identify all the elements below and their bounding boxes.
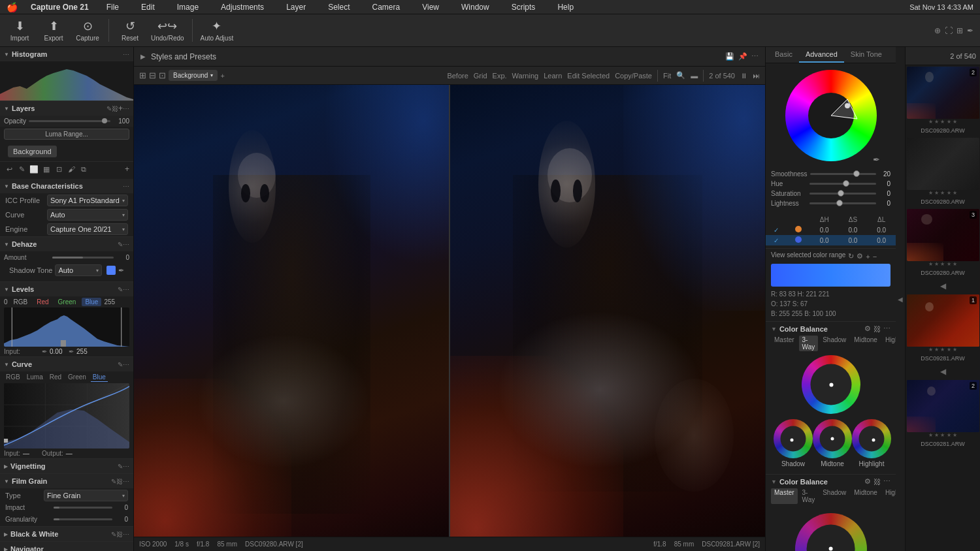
copy-paste-label[interactable]: Copy/Paste: [615, 72, 652, 80]
menu-view[interactable]: View: [417, 1, 444, 13]
export-button[interactable]: ⬆ Export: [41, 19, 67, 42]
menu-edit[interactable]: Edit: [137, 1, 159, 13]
thumbnail-5[interactable]: 2 ★ ★ ★ ★ ★ DSC09281.ARW: [907, 380, 979, 449]
view-compare-icon[interactable]: ⊟: [149, 71, 156, 80]
levels-options-icon[interactable]: ⋯: [123, 286, 129, 293]
curve-display[interactable]: [4, 383, 129, 449]
cb-tab-shadow-2[interactable]: Shadow: [819, 488, 849, 504]
undo-redo-button[interactable]: ↩↪ Undo/Redo: [151, 19, 184, 42]
bc-options-icon[interactable]: ⋯: [123, 183, 129, 190]
cb-link-2[interactable]: ⛓: [874, 478, 881, 486]
master-wheel[interactable]: [802, 355, 860, 414]
curve-tab-luma[interactable]: Luma: [25, 373, 45, 382]
midtone-wheel[interactable]: [813, 419, 852, 458]
levels-green-btn[interactable]: Green: [55, 298, 80, 306]
thumb-section-arrow-2[interactable]: ◀: [940, 367, 946, 376]
capture-button[interactable]: ⊙ Capture: [74, 19, 101, 42]
view-single-icon[interactable]: ⊡: [159, 71, 166, 80]
delta-row-2[interactable]: ✓ 0.0 0.0 0.0: [766, 235, 896, 245]
bw-link-icon[interactable]: ⛓: [116, 531, 123, 538]
curve-header[interactable]: ▼ Curve ✎ ⋯: [0, 357, 133, 371]
curve-tab-green[interactable]: Green: [66, 373, 88, 382]
levels-red-btn[interactable]: Red: [33, 298, 52, 306]
curve-options-icon[interactable]: ⋯: [123, 361, 129, 368]
learn-label[interactable]: Learn: [544, 72, 562, 80]
tab-skin-tone[interactable]: Skin Tone: [844, 47, 889, 63]
smoothness-slider[interactable]: [810, 173, 876, 175]
styles-pin-icon[interactable]: 📌: [738, 52, 747, 61]
thumb-section-arrow[interactable]: ◀: [940, 281, 946, 291]
cb-tab-master-2[interactable]: Master: [771, 488, 798, 504]
base-characteristics-header[interactable]: ▼ Base Characteristics ⋯: [0, 179, 133, 193]
levels-eyedropper-white[interactable]: ✒: [69, 348, 74, 355]
menu-select[interactable]: Select: [323, 1, 354, 13]
auto-adjust-button[interactable]: ✦ Auto Adjust: [201, 19, 234, 42]
levels-header[interactable]: ▼ Levels ✎ ⋯: [0, 282, 133, 296]
warning-label[interactable]: Warning: [512, 72, 539, 80]
curve-select[interactable]: Auto ▾: [47, 209, 128, 221]
thumbnail-4[interactable]: 1 ★ ★ ★ ★ ★ DSC09281.ARW: [907, 294, 979, 363]
reset-button[interactable]: ↺ Reset: [117, 19, 143, 42]
curve-tab-rgb[interactable]: RGB: [4, 373, 22, 382]
cb-tab-shadow-1[interactable]: Shadow: [819, 336, 849, 351]
zoom-tool-icon[interactable]: ⊞: [956, 26, 963, 35]
fit-label[interactable]: Fit: [663, 72, 671, 80]
menu-camera[interactable]: Camera: [368, 1, 405, 13]
cb-tab-midtone-1[interactable]: Midtone: [851, 336, 881, 351]
fg-type-select[interactable]: Fine Grain ▾: [44, 490, 128, 501]
highlight-wheel[interactable]: [852, 419, 891, 458]
film-grain-header[interactable]: ▼ Film Grain ✎ ⛓ ⋯: [0, 474, 133, 488]
copy-tool[interactable]: ⧉: [78, 164, 89, 174]
grid-label[interactable]: Grid: [474, 72, 487, 80]
color-wheel[interactable]: [785, 70, 877, 161]
zoom-bar-icon[interactable]: ▬: [691, 72, 698, 80]
menu-layer[interactable]: Layer: [282, 1, 310, 13]
curve-tab-red[interactable]: Red: [48, 373, 63, 382]
styles-menu-icon[interactable]: ⋯: [751, 52, 759, 61]
histogram-options-icon[interactable]: ⋯: [123, 51, 129, 58]
play-icon[interactable]: ⏸: [740, 72, 747, 80]
crop-tool-icon[interactable]: ⛶: [945, 26, 953, 35]
layers-link-icon[interactable]: ⛓: [112, 105, 118, 112]
delta-row-1[interactable]: ✓ 0.0 0.0 0.0: [766, 225, 896, 235]
dehaze-edit-icon[interactable]: ✎: [118, 241, 123, 248]
color-range-add-icon[interactable]: +: [866, 253, 870, 260]
shadow-wheel[interactable]: [774, 419, 813, 458]
levels-blue-btn[interactable]: Blue: [82, 298, 101, 306]
levels-rgb-btn[interactable]: RGB: [10, 298, 31, 306]
film-grain-edit-icon[interactable]: ✎: [111, 478, 116, 485]
thumbnail-2[interactable]: ★ ★ ★ ★ ★ DSC09280.ARW: [907, 138, 979, 206]
bw-header[interactable]: ▶ Black & White ✎ ⛓ ⋯: [0, 527, 133, 541]
film-grain-link-icon[interactable]: ⛓: [116, 478, 123, 485]
cb-options-1[interactable]: ⋯: [883, 324, 890, 333]
paint-tool[interactable]: ✎: [16, 164, 27, 174]
background-label[interactable]: Background ▾: [169, 70, 218, 81]
thumbnail-1[interactable]: 2 ★ ★ ★ ★ ★ DSC09280.ARW: [907, 67, 979, 135]
luma-range-button[interactable]: Luma Range...: [4, 129, 129, 140]
fg-granularity-slider[interactable]: [54, 518, 112, 520]
dehaze-options-icon[interactable]: ⋯: [123, 241, 129, 248]
cb-tab-3way-1[interactable]: 3-Way: [799, 336, 819, 351]
cb-options-2[interactable]: ⋯: [883, 477, 890, 486]
cb-settings-1[interactable]: ⚙: [864, 324, 871, 333]
vignetting-options-icon[interactable]: ⋯: [123, 463, 129, 470]
cb-tab-master-1[interactable]: Master: [771, 336, 798, 351]
menu-window[interactable]: Window: [457, 1, 494, 13]
styles-save-icon[interactable]: 💾: [725, 52, 734, 61]
levels-eyedropper-black[interactable]: ✒: [42, 348, 47, 355]
layers-edit-icon[interactable]: ✎: [106, 105, 112, 112]
film-grain-options-icon[interactable]: ⋯: [123, 478, 129, 485]
fg-impact-slider[interactable]: [54, 507, 112, 509]
layers-add-icon[interactable]: +: [118, 104, 123, 113]
menu-file[interactable]: File: [102, 1, 123, 13]
opacity-slider[interactable]: [29, 120, 110, 122]
import-button[interactable]: ⬇ Import: [7, 19, 33, 42]
view-grid-icon[interactable]: ⊞: [139, 71, 146, 80]
lasso-tool[interactable]: ⊡: [54, 164, 64, 174]
cb-link-1[interactable]: ⛓: [874, 325, 881, 333]
left-thumb-nav[interactable]: ◀: [896, 47, 905, 551]
menu-scripts[interactable]: Scripts: [507, 1, 540, 13]
forward-icon[interactable]: ⏭: [753, 72, 760, 80]
vignetting-header[interactable]: ▶ Vignetting ✎ ⋯: [0, 459, 133, 473]
menu-adjustments[interactable]: Adjustments: [216, 1, 269, 13]
